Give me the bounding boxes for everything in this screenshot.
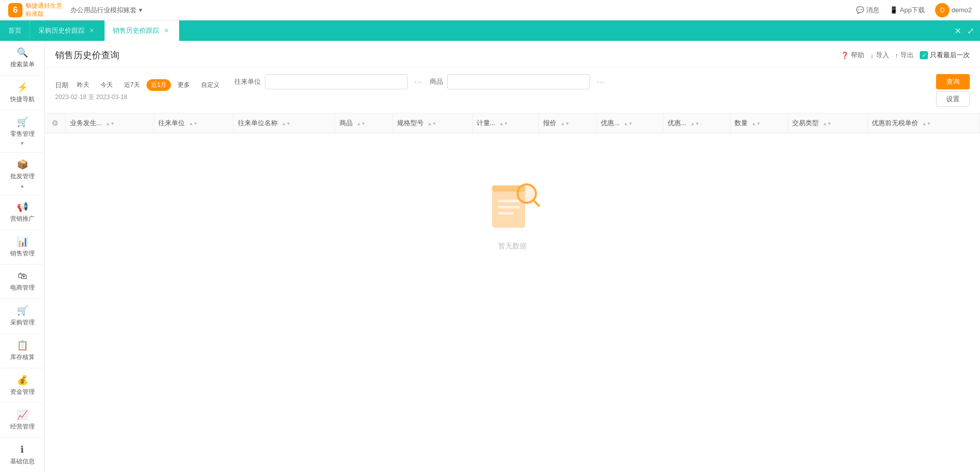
counterparty-input[interactable]: [265, 74, 408, 89]
th-discount1[interactable]: 优惠... ▲▼: [597, 113, 664, 133]
sort-discount1[interactable]: ▲▼: [624, 121, 633, 126]
app-download-button[interactable]: 📱 App下载: [890, 6, 925, 15]
operation-mgmt-icon: 📈: [17, 409, 28, 420]
top-bar: 6 畅捷通好生意 标准版 办公用品行业模拟账套 ▾ 💬 消息 📱 App下载 D…: [0, 0, 980, 20]
sort-pre-discount-price[interactable]: ▲▼: [922, 121, 931, 126]
logo-area: 6 畅捷通好生意 标准版: [8, 2, 62, 18]
message-button[interactable]: 💬 消息: [856, 6, 879, 15]
logo-icon: 6: [8, 3, 22, 17]
top-bar-right: 💬 消息 📱 App下载 D demo2: [856, 3, 972, 17]
counterparty-dots[interactable]: ···: [412, 77, 422, 87]
setting-button[interactable]: 设置: [936, 91, 970, 107]
empty-illustration: [482, 174, 543, 235]
purchase-mgmt-icon: 🛒: [17, 305, 28, 316]
table-gear-icon[interactable]: ⚙: [52, 119, 58, 127]
date-buttons: 昨天 今天 近7天 近1月 更多 自定义: [72, 79, 224, 91]
only-last-checkbox-group[interactable]: ✓ 只看最后一次: [920, 51, 970, 60]
main-layout: 🔍 搜索菜单 ⚡ 快捷导航 🛒 零售管理 ▼ 📦 批发管理 ▲ 📢 营销推广 📊…: [0, 41, 980, 472]
sort-quantity[interactable]: ▲▼: [752, 121, 761, 126]
page-header: 销售历史价查询 ❓ 帮助 ↓ 导入 ↑ 导出 ✓ 只看最后一次: [45, 41, 980, 68]
sort-unit[interactable]: ▲▼: [499, 121, 508, 126]
sidebar-item-purchase-mgmt[interactable]: 🛒 采购管理: [0, 299, 44, 334]
date-btn-today[interactable]: 今天: [96, 79, 117, 91]
date-btn-last1m[interactable]: 近1月: [146, 79, 172, 91]
th-quantity[interactable]: 数量 ▲▼: [730, 113, 788, 133]
th-trade-type[interactable]: 交易类型 ▲▼: [788, 113, 867, 133]
sidebar-item-quick-nav[interactable]: ⚡ 快捷导航: [0, 76, 44, 110]
sidebar-item-basic-info[interactable]: ℹ 基础信息: [0, 438, 44, 472]
sidebar-item-inventory-check[interactable]: 📋 库存核算: [0, 334, 44, 368]
th-discount2[interactable]: 优惠... ▲▼: [664, 113, 730, 133]
close-all-tabs-button[interactable]: ✕: [952, 24, 963, 38]
th-counterparty-name[interactable]: 往来单位名称 ▲▼: [234, 113, 335, 133]
product-filter-group: 商品 ···: [430, 74, 604, 89]
product-dots[interactable]: ···: [594, 77, 604, 87]
content-area: 销售历史价查询 ❓ 帮助 ↓ 导入 ↑ 导出 ✓ 只看最后一次: [45, 41, 980, 472]
table-settings-col: ⚙: [45, 113, 65, 133]
sidebar-item-marketing[interactable]: 📢 营销推广: [0, 195, 44, 230]
workspace-selector[interactable]: 办公用品行业模拟账套 ▾: [66, 4, 146, 17]
sort-spec[interactable]: ▲▼: [427, 121, 436, 126]
tab-purchase-history[interactable]: 采购历史价跟踪 ✕: [30, 20, 105, 41]
sidebar-item-operation-mgmt[interactable]: 📈 经营管理: [0, 403, 44, 438]
search-menu-icon: 🔍: [17, 47, 28, 58]
th-spec[interactable]: 规格型号 ▲▼: [393, 113, 472, 133]
sidebar-item-finance-mgmt[interactable]: 💰 资金管理: [0, 368, 44, 403]
th-quoted-price[interactable]: 报价 ▲▼: [539, 113, 597, 133]
date-filter-label: 日期: [55, 81, 68, 90]
table-header-row: ⚙ 业务发生... ▲▼ 往来单位 ▲▼ 往来单位名称 ▲▼: [45, 113, 980, 133]
message-icon: 💬: [856, 6, 864, 14]
product-input[interactable]: [447, 74, 590, 89]
only-last-checkbox[interactable]: ✓: [920, 51, 928, 59]
tab-home[interactable]: 首页: [0, 20, 30, 41]
sort-trade-type[interactable]: ▲▼: [823, 121, 832, 126]
export-button[interactable]: ↑ 导出: [895, 51, 914, 60]
page-title: 销售历史价查询: [55, 49, 119, 61]
th-counterparty-code[interactable]: 往来单位 ▲▼: [154, 113, 234, 133]
sidebar-item-retail-mgmt[interactable]: 🛒 零售管理 ▼: [0, 110, 44, 153]
help-button[interactable]: ❓ 帮助: [841, 51, 864, 60]
sidebar-item-search-menu[interactable]: 🔍 搜索菜单: [0, 41, 44, 76]
user-profile-button[interactable]: D demo2: [935, 3, 972, 17]
export-icon: ↑: [895, 52, 899, 59]
svg-rect-4: [498, 212, 513, 215]
retail-mgmt-icon: 🛒: [17, 116, 28, 128]
sidebar-item-wholesale-mgmt[interactable]: 📦 批发管理 ▲: [0, 153, 44, 195]
tab-sales-history-close[interactable]: ✕: [162, 27, 170, 35]
table-header: ⚙ 业务发生... ▲▼ 往来单位 ▲▼ 往来单位名称 ▲▼: [45, 113, 980, 133]
th-unit[interactable]: 计量... ▲▼: [472, 113, 539, 133]
import-icon: ↓: [870, 52, 874, 59]
sort-biz-date[interactable]: ▲▼: [106, 121, 115, 126]
table-container: ⚙ 业务发生... ▲▼ 往来单位 ▲▼ 往来单位名称 ▲▼: [45, 113, 980, 472]
th-pre-discount-price[interactable]: 优惠前无税单价 ▲▼: [867, 113, 979, 133]
basic-info-icon: ℹ: [20, 444, 24, 455]
date-btn-last7[interactable]: 近7天: [119, 79, 144, 91]
th-biz-date[interactable]: 业务发生... ▲▼: [65, 113, 154, 133]
retail-mgmt-arrow: ▼: [20, 140, 25, 146]
tab-purchase-history-close[interactable]: ✕: [88, 27, 96, 35]
avatar: D: [935, 3, 949, 17]
counterparty-filter-group: 往来单位 ···: [234, 74, 422, 89]
sort-counterparty-name[interactable]: ▲▼: [282, 121, 291, 126]
th-product[interactable]: 商品 ▲▼: [335, 113, 393, 133]
sort-quoted-price[interactable]: ▲▼: [560, 121, 570, 126]
filter-actions: 查询 设置: [936, 74, 970, 107]
help-icon: ❓: [841, 52, 849, 59]
date-btn-custom[interactable]: 自定义: [197, 79, 224, 91]
sort-discount2[interactable]: ▲▼: [691, 121, 700, 126]
date-btn-more[interactable]: 更多: [173, 79, 194, 91]
sort-product[interactable]: ▲▼: [356, 121, 365, 126]
expand-button[interactable]: ⤢: [965, 24, 976, 38]
query-button[interactable]: 查询: [936, 74, 970, 89]
empty-svg: [482, 174, 543, 235]
tab-sales-history[interactable]: 销售历史价跟踪 ✕: [105, 20, 179, 41]
date-btn-yesterday[interactable]: 昨天: [72, 79, 94, 91]
import-button[interactable]: ↓ 导入: [870, 51, 889, 60]
inventory-check-icon: 📋: [17, 340, 28, 351]
quick-nav-icon: ⚡: [17, 82, 28, 93]
product-label: 商品: [430, 77, 443, 86]
sidebar-item-sales-mgmt[interactable]: 📊 销售管理: [0, 230, 44, 265]
sort-counterparty-code[interactable]: ▲▼: [189, 121, 198, 126]
sidebar-item-ecommerce-mgmt[interactable]: 🛍 电商管理: [0, 265, 44, 299]
app-download-icon: 📱: [890, 6, 898, 14]
